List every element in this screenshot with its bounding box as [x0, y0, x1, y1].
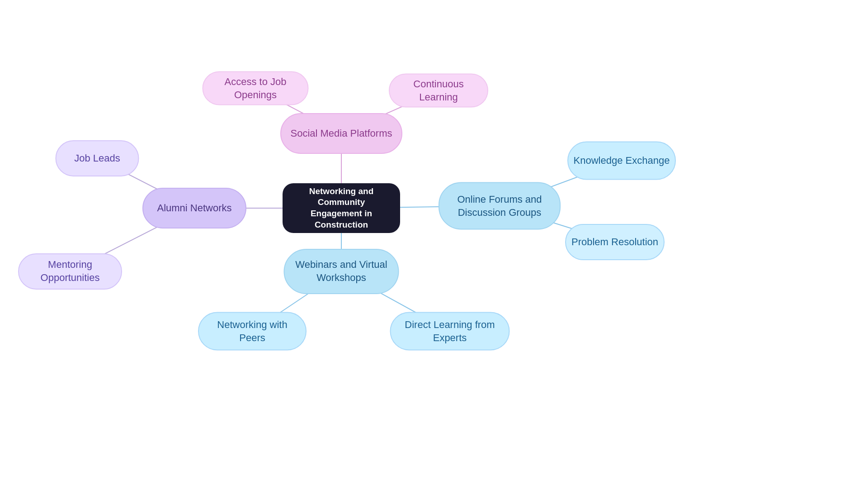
continuous-learning-node: Continuous Learning [389, 74, 488, 108]
social-media-platforms-label: Social Media Platforms [286, 127, 397, 140]
mentoring-opportunities-node: Mentoring Opportunities [18, 253, 122, 290]
access-to-job-openings-node: Access to Job Openings [203, 71, 309, 105]
job-leads-node: Job Leads [56, 140, 139, 176]
mentoring-opportunities-label: Mentoring Opportunities [19, 258, 121, 284]
problem-resolution-node: Problem Resolution [565, 224, 665, 260]
center-node-label: Networking and CommunityEngagement in Co… [283, 186, 400, 231]
continuous-learning-label: Continuous Learning [390, 77, 487, 103]
online-forums-node: Online Forums and Discussion Groups [439, 182, 561, 230]
alumni-networks-node: Alumni Networks [142, 188, 246, 228]
networking-with-peers-label: Networking with Peers [199, 318, 306, 344]
center-node: Networking and CommunityEngagement in Co… [283, 183, 400, 233]
knowledge-exchange-node: Knowledge Exchange [567, 142, 676, 180]
job-leads-label: Job Leads [70, 152, 125, 165]
alumni-networks-label: Alumni Networks [152, 202, 236, 215]
online-forums-label: Online Forums and Discussion Groups [439, 193, 560, 219]
problem-resolution-label: Problem Resolution [567, 236, 663, 249]
social-media-platforms-node: Social Media Platforms [280, 113, 402, 154]
networking-with-peers-node: Networking with Peers [198, 312, 307, 351]
webinars-label: Webinars and Virtual Workshops [285, 258, 398, 284]
direct-learning-label: Direct Learning from Experts [391, 318, 509, 344]
direct-learning-node: Direct Learning from Experts [390, 312, 510, 351]
knowledge-exchange-label: Knowledge Exchange [569, 154, 675, 167]
access-to-job-openings-label: Access to Job Openings [203, 75, 308, 101]
webinars-node: Webinars and Virtual Workshops [284, 249, 399, 294]
